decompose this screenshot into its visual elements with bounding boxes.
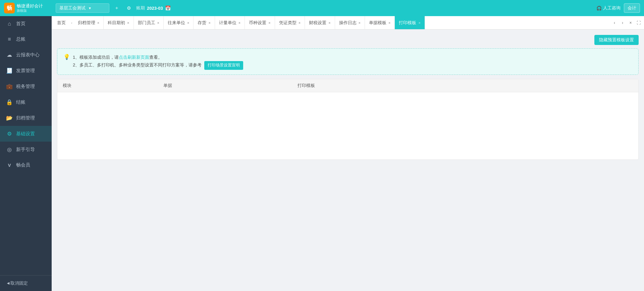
invoice-icon: 🧾 (6, 67, 13, 74)
tab-voucher[interactable]: 凭证类型 × (275, 16, 305, 30)
main-layout: ⌂ 首页 ≡ 总账 ☁ 云报表中心 🧾 发票管理 💼 税务管理 🔒 结账 📂 归… (0, 16, 644, 291)
tab-inventory[interactable]: 存货 × (194, 16, 215, 30)
sidebar-label-settlement: 结账 (16, 99, 25, 105)
hide-template-button[interactable]: 隐藏预置模板设置 (594, 35, 639, 45)
tab-dept-close[interactable]: × (157, 21, 159, 25)
info-line1-suffix: 查看。 (149, 55, 162, 60)
sidebar-item-ledger[interactable]: ≡ 总账 (0, 32, 52, 47)
tab-voucher-close[interactable]: × (299, 21, 301, 25)
tab-single-form-label: 单据模板 (369, 20, 386, 26)
sidebar: ⌂ 首页 ≡ 总账 ☁ 云报表中心 🧾 发票管理 💼 税务管理 🔒 结账 📂 归… (0, 16, 52, 291)
content-area: 首页 ‹ 归档管理 × 科目期初 × 部门员工 × 往来单位 × 存货 × (52, 16, 644, 291)
tab-single-form[interactable]: 单据模板 × (365, 16, 395, 30)
tab-print-template[interactable]: 打印模板 × (395, 16, 425, 30)
top-bar: 畅 畅捷通好会计 旗舰版 基层工会测试 ▼ ＋ ⚙ 账期 2023-03 📅 🎧… (0, 0, 644, 16)
tab-dept-label: 部门员工 (138, 20, 155, 26)
tab-dept[interactable]: 部门员工 × (134, 16, 164, 30)
tab-subject[interactable]: 科目期初 × (104, 16, 133, 30)
service-label: 人工咨询 (603, 5, 621, 11)
sidebar-label-member: 畅会员 (16, 162, 30, 168)
sidebar-item-settlement[interactable]: 🔒 结账 (0, 94, 52, 110)
sidebar-label-home: 首页 (16, 21, 25, 27)
sidebar-label-reports: 云报表中心 (16, 52, 40, 58)
settlement-icon: 🔒 (6, 99, 13, 105)
company-selector[interactable]: 基层工会测试 ▼ (56, 3, 109, 13)
tab-subject-label: 科目期初 (108, 20, 125, 26)
company-name: 基层工会测试 (59, 5, 86, 11)
settings-icon[interactable]: ⚙ (124, 3, 133, 13)
cloud-icon: ☁ (6, 52, 13, 58)
sidebar-item-settings[interactable]: ⚙ 基础设置 (0, 126, 52, 142)
tab-currency-close[interactable]: × (268, 21, 270, 25)
archive-icon: 📂 (6, 115, 13, 121)
calendar-icon[interactable]: 📅 (165, 5, 171, 11)
tab-archive[interactable]: 归档管理 × (74, 16, 104, 30)
tab-expand-button[interactable]: ⛶ (635, 16, 643, 30)
sidebar-item-invoice[interactable]: 🧾 发票管理 (0, 63, 52, 79)
tab-oplog[interactable]: 操作日志 × (335, 16, 365, 30)
top-action-row: 隐藏预置模板设置 (57, 35, 639, 45)
period-area: 账期 2023-03 📅 (136, 5, 171, 11)
tab-archive-close[interactable]: × (97, 21, 99, 25)
tab-inventory-close[interactable]: × (208, 21, 210, 25)
ledger-icon: ≡ (6, 36, 13, 42)
unpin-button[interactable]: ◄取消固定 (0, 275, 52, 291)
sidebar-item-home[interactable]: ⌂ 首页 (0, 16, 52, 32)
tab-partner-close[interactable]: × (187, 21, 189, 25)
tab-currency[interactable]: 币种设置 × (245, 16, 275, 30)
unpin-label: ◄取消固定 (6, 280, 28, 286)
sidebar-item-tax[interactable]: 💼 税务管理 (0, 79, 52, 94)
tab-partner[interactable]: 往来单位 × (164, 16, 194, 30)
tab-single-form-close[interactable]: × (388, 21, 390, 25)
sidebar-label-settings: 基础设置 (16, 131, 35, 137)
tab-home-label: 首页 (57, 20, 66, 26)
tab-close-all-button[interactable]: × (627, 16, 635, 30)
account-button[interactable]: 会计 (624, 3, 640, 13)
tab-subject-close[interactable]: × (127, 21, 129, 25)
settings-sidebar-icon: ⚙ (6, 131, 13, 137)
sidebar-item-member[interactable]: V 畅会员 (0, 157, 52, 173)
tab-unit-close[interactable]: × (238, 21, 240, 25)
print-scene-button[interactable]: 打印场景设置宣明 (204, 61, 243, 70)
tab-home[interactable]: 首页 (53, 16, 70, 30)
sidebar-item-archive[interactable]: 📂 归档管理 (0, 110, 52, 126)
app-name: 畅捷通好会计 旗舰版 (17, 3, 43, 13)
info-box-row: 💡 1、模板添加成功后，请点击刷新新页面查看。 2、多员工、多打印机、多种业务类… (63, 53, 632, 70)
tax-icon: 💼 (6, 83, 13, 90)
tab-tax-settings-label: 财税设置 (309, 20, 326, 26)
sidebar-label-archive: 归档管理 (16, 115, 35, 121)
tab-oplog-label: 操作日志 (339, 20, 357, 26)
col-document: 单据 (163, 83, 298, 89)
sidebar-item-reports[interactable]: ☁ 云报表中心 (0, 47, 52, 63)
tab-print-template-close[interactable]: × (418, 21, 420, 25)
info-line1-prefix: 1、模板添加成功后，请 (73, 55, 119, 60)
guide-icon: ◎ (6, 146, 13, 153)
company-dropdown-arrow: ▼ (88, 6, 92, 10)
info-text: 1、模板添加成功后，请点击刷新新页面查看。 2、多员工、多打印机、多种业务类型设… (73, 53, 243, 70)
add-company-button[interactable]: ＋ (112, 3, 121, 13)
tab-prev-button[interactable]: ‹ (610, 16, 619, 30)
tab-tax-settings-close[interactable]: × (328, 21, 330, 25)
col-print-template: 打印模板 (298, 83, 633, 89)
headset-icon: 🎧 (596, 6, 602, 11)
tab-bar: 首页 ‹ 归档管理 × 科目期初 × 部门员工 × 往来单位 × 存货 × (52, 16, 644, 30)
tab-separator: ‹ (70, 21, 74, 25)
info-box: 💡 1、模板添加成功后，请点击刷新新页面查看。 2、多员工、多打印机、多种业务类… (57, 48, 639, 75)
tab-oplog-close[interactable]: × (359, 21, 361, 25)
tab-unit[interactable]: 计量单位 × (215, 16, 245, 30)
tab-next-button[interactable]: › (619, 16, 627, 30)
period-label: 账期 (136, 5, 145, 11)
member-icon: V (6, 163, 13, 168)
tab-actions: ‹ › × ⛶ (610, 16, 643, 30)
refresh-link[interactable]: 点击刷新新页面 (119, 55, 149, 60)
home-icon: ⌂ (6, 21, 13, 27)
table-body (57, 92, 638, 159)
sidebar-label-ledger: 总账 (16, 36, 25, 42)
tab-tax-settings[interactable]: 财税设置 × (305, 16, 335, 30)
data-table: 模块 单据 打印模板 (57, 79, 639, 160)
tab-voucher-label: 凭证类型 (279, 20, 297, 26)
col-module: 模块 (63, 83, 163, 89)
service-button[interactable]: 🎧 人工咨询 (596, 5, 621, 11)
sidebar-item-guide[interactable]: ◎ 新手引导 (0, 142, 52, 157)
tab-inventory-label: 存货 (198, 20, 206, 26)
